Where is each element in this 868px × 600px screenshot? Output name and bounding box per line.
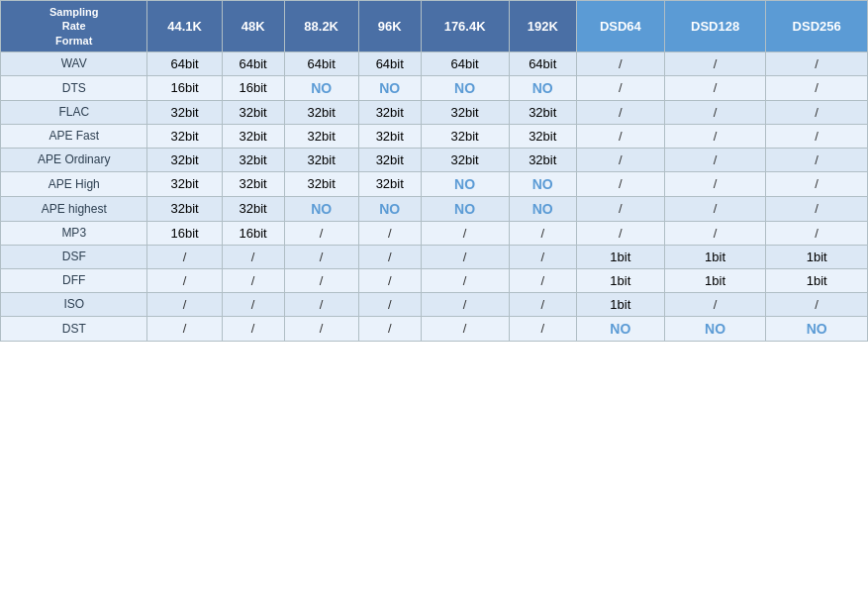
cell: / [147,268,222,292]
row-format-label: APE High [1,171,147,196]
table-row: APE highest32bit32bitNONONONO/// [1,196,868,221]
cell: NO [421,75,509,100]
cell: NO [358,75,421,100]
col-header-dsd64: DSD64 [576,1,664,52]
cell: 1bit [576,292,664,316]
cell: 1bit [576,268,664,292]
cell: NO [284,75,358,100]
cell: 32bit [147,124,222,148]
cell: 32bit [421,148,509,171]
table-row: APE High32bit32bit32bit32bitNONO/// [1,171,868,196]
cell: / [509,316,576,341]
row-format-label: APE Fast [1,124,147,148]
cell: 64bit [222,51,284,75]
cell: / [509,221,576,245]
cell: 1bit [664,245,766,268]
corner-header: SamplingRateFormat [1,1,147,52]
cell: / [358,292,421,316]
cell: / [284,221,358,245]
row-format-label: FLAC [1,100,147,124]
table-row: FLAC32bit32bit32bit32bit32bit32bit/// [1,100,868,124]
cell: / [766,124,868,148]
cell: / [664,51,766,75]
cell: / [421,221,509,245]
cell: NO [284,196,358,221]
cell: 32bit [147,100,222,124]
table-row: ISO//////1bit// [1,292,868,316]
cell: NO [576,316,664,341]
cell: 32bit [284,148,358,171]
cell: 32bit [222,148,284,171]
cell: / [766,171,868,196]
cell: 32bit [421,124,509,148]
col-header-48k: 48K [222,1,284,52]
row-format-label: MP3 [1,221,147,245]
row-format-label: DST [1,316,147,341]
cell: NO [766,316,868,341]
cell: / [576,148,664,171]
cell: / [147,245,222,268]
cell: 64bit [284,51,358,75]
table-row: APE Fast32bit32bit32bit32bit32bit32bit//… [1,124,868,148]
cell: / [222,268,284,292]
col-header-dsd128: DSD128 [664,1,766,52]
cell: 1bit [766,268,868,292]
cell: / [421,316,509,341]
cell: / [664,75,766,100]
col-header-96k: 96K [358,1,421,52]
cell: / [421,292,509,316]
cell: / [664,100,766,124]
cell: 1bit [576,245,664,268]
cell: / [664,221,766,245]
cell: / [664,124,766,148]
cell: / [664,148,766,171]
cell: 64bit [509,51,576,75]
cell: / [421,245,509,268]
cell: / [766,196,868,221]
cell: / [222,245,284,268]
cell: / [576,196,664,221]
cell: NO [421,196,509,221]
table-row: MP316bit16bit/////// [1,221,868,245]
cell: NO [421,171,509,196]
cell: 16bit [222,75,284,100]
cell: 32bit [509,148,576,171]
cell: / [421,268,509,292]
cell: 32bit [509,100,576,124]
cell: 64bit [147,51,222,75]
col-header-882k: 88.2K [284,1,358,52]
cell: / [766,100,868,124]
cell: NO [509,171,576,196]
cell: / [766,148,868,171]
cell: / [664,292,766,316]
row-format-label: DSF [1,245,147,268]
cell: / [284,316,358,341]
col-header-dsd256: DSD256 [766,1,868,52]
cell: 32bit [509,124,576,148]
cell: / [766,51,868,75]
cell: 32bit [284,100,358,124]
cell: 32bit [284,124,358,148]
row-format-label: WAV [1,51,147,75]
row-format-label: ISO [1,292,147,316]
cell: / [284,245,358,268]
col-header-1764k: 176.4K [421,1,509,52]
cell: / [284,292,358,316]
cell: / [147,316,222,341]
cell: / [509,245,576,268]
cell: / [576,171,664,196]
cell: / [358,316,421,341]
cell: / [358,221,421,245]
cell: / [664,171,766,196]
cell: NO [509,75,576,100]
cell: 32bit [358,171,421,196]
cell: / [766,292,868,316]
table-row: DST//////NONONO [1,316,868,341]
cell: 1bit [766,245,868,268]
cell: / [222,316,284,341]
cell: 16bit [147,221,222,245]
cell: / [766,221,868,245]
cell: 32bit [147,196,222,221]
cell: / [284,268,358,292]
cell: / [358,245,421,268]
